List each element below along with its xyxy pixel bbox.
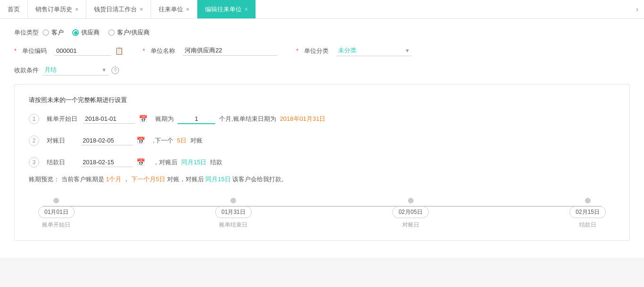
preview-text3: 对账，对账后 bbox=[167, 176, 204, 183]
unit-category-arrow-icon: ▼ bbox=[405, 48, 410, 53]
timeline-container: 01月01日 账单开始日 01月31日 账单结束日 02月05日 对账日 02月… bbox=[29, 193, 615, 229]
payment-terms-label: 收款条件 bbox=[14, 66, 39, 75]
unit-category-label: 单位分类 bbox=[304, 47, 329, 55]
unit-name-required: * bbox=[143, 47, 145, 54]
preview-highlight3: 同月15日 bbox=[205, 176, 230, 183]
step-1-period-input[interactable] bbox=[178, 114, 215, 124]
radio-both[interactable]: 客户/供应商 bbox=[108, 28, 150, 37]
radio-customer-circle bbox=[42, 29, 49, 36]
tab-sales-history[interactable]: 销售订单历史 × bbox=[28, 0, 86, 18]
step-2-date-input[interactable] bbox=[81, 136, 133, 145]
timeline-node-1: 01月31日 账单结束日 bbox=[215, 198, 252, 229]
step-3-label: 结款日 bbox=[47, 158, 75, 167]
unit-category-group: * 单位分类 未分类 ▼ bbox=[296, 45, 412, 56]
step-2-cal-icon[interactable]: 📅 bbox=[136, 136, 145, 145]
payment-terms-help-icon[interactable]: ? bbox=[111, 67, 119, 74]
unit-type-label: 单位类型 bbox=[14, 28, 39, 37]
payment-terms-arrow-icon: ▼ bbox=[102, 67, 107, 73]
step-1-date-highlight: 2018年01月31日 bbox=[280, 115, 326, 123]
timeline-label-0: 01月01日 bbox=[38, 206, 75, 218]
unit-category-dropdown[interactable]: 未分类 ▼ bbox=[336, 45, 412, 56]
preview-highlight1: 1个月 bbox=[106, 176, 121, 183]
preview-label: 账期预览： bbox=[29, 176, 59, 183]
billing-period-panel: 请按照未来的一个完整帐期进行设置 1 账单开始日 📅 账期为 个月,账单结束日期… bbox=[14, 84, 630, 241]
timeline-desc-1: 账单结束日 bbox=[219, 221, 247, 229]
timeline-label-2: 02月05日 bbox=[392, 206, 429, 218]
radio-supplier[interactable]: 供应商 bbox=[72, 28, 100, 37]
step-1-row: 1 账单开始日 📅 账期为 个月,账单结束日期为 2018年01月31日 bbox=[29, 114, 615, 124]
step-2-label: 对账日 bbox=[47, 136, 75, 145]
radio-both-circle bbox=[108, 29, 115, 36]
unit-name-group: * 单位名称 bbox=[143, 46, 277, 56]
tab-cashflow-close[interactable]: × bbox=[140, 6, 143, 13]
preview-text1: 当前客户账期是 bbox=[61, 176, 104, 183]
timeline-dot-0 bbox=[53, 198, 59, 203]
tab-partner-close[interactable]: × bbox=[186, 6, 189, 13]
unit-type-row: 单位类型 客户 供应商 客户/供应商 bbox=[14, 28, 630, 37]
tab-edit-partner[interactable]: 编辑往来单位 × bbox=[197, 0, 256, 18]
preview-section: 账期预览： 当前客户账期是 1个月 ， 下一个月5日 对账，对账后 同月15日 … bbox=[29, 175, 615, 184]
tab-bar: 首页 销售订单历史 × 钱货日清工作台 × 往来单位 × 编辑往来单位 × › bbox=[0, 0, 644, 19]
timeline-label-3: 02月15日 bbox=[569, 206, 606, 218]
tab-edit-partner-close[interactable]: × bbox=[245, 6, 248, 13]
unit-code-required: * bbox=[14, 47, 17, 54]
step-3-number: 3 bbox=[29, 157, 39, 168]
step-3-highlight1: 同月15日 bbox=[181, 158, 206, 167]
step-3-cal-icon[interactable]: 📅 bbox=[136, 158, 145, 167]
timeline-label-1: 01月31日 bbox=[215, 206, 252, 218]
preview-highlight2: 下一个月5日 bbox=[131, 176, 165, 183]
step-1-cal-icon[interactable]: 📅 bbox=[139, 115, 148, 123]
step-3-text2: 结款 bbox=[210, 158, 222, 167]
step-2-row: 2 对账日 📅 ,下一个 5日 对账 bbox=[29, 135, 615, 146]
preview-text2: ， bbox=[123, 176, 129, 183]
panel-title: 请按照未来的一个完整帐期进行设置 bbox=[29, 96, 615, 104]
step-1-text1: 账期为 bbox=[155, 115, 174, 123]
timeline-desc-2: 对账日 bbox=[402, 221, 419, 229]
step-3-text1: ，对账后 bbox=[153, 158, 178, 167]
timeline-dot-1 bbox=[230, 198, 236, 203]
payment-terms-dropdown[interactable]: 月结 ▼ bbox=[42, 65, 109, 76]
step-2-highlight1: 5日 bbox=[177, 136, 186, 145]
unit-category-value: 未分类 bbox=[338, 46, 402, 55]
step-1-label: 账单开始日 bbox=[47, 115, 77, 123]
step-2-number: 2 bbox=[29, 135, 39, 146]
unit-category-required: * bbox=[296, 47, 298, 54]
unit-code-label: 单位编码 bbox=[22, 47, 47, 55]
radio-supplier-circle bbox=[72, 29, 79, 36]
tab-more-button[interactable]: › bbox=[630, 5, 644, 14]
timeline-desc-3: 结款日 bbox=[579, 221, 596, 229]
timeline-node-0: 01月01日 账单开始日 bbox=[38, 198, 75, 229]
unit-name-label: 单位名称 bbox=[151, 47, 175, 55]
step-2-text2: 对账 bbox=[190, 136, 203, 145]
unit-code-group: * 单位编码 📋 bbox=[14, 46, 124, 56]
timeline-nodes: 01月01日 账单开始日 01月31日 账单结束日 02月05日 对账日 02月… bbox=[38, 198, 606, 229]
step-1-number: 1 bbox=[29, 114, 39, 124]
timeline-node-3: 02月15日 结款日 bbox=[569, 198, 606, 229]
step-2-text1: ,下一个 bbox=[153, 136, 173, 145]
payment-terms-value: 月结 bbox=[44, 66, 99, 74]
payment-terms-row: 收款条件 月结 ▼ ? bbox=[14, 65, 630, 76]
unit-type-radio-group: 客户 供应商 客户/供应商 bbox=[42, 28, 150, 37]
unit-info-row: * 单位编码 📋 * 单位名称 * 单位分类 未分类 ▼ bbox=[14, 45, 630, 56]
unit-code-input[interactable] bbox=[54, 46, 111, 56]
tab-home[interactable]: 首页 bbox=[0, 0, 28, 18]
step-1-date-input[interactable] bbox=[83, 114, 135, 124]
timeline-desc-0: 账单开始日 bbox=[42, 221, 70, 229]
timeline-dot-2 bbox=[408, 198, 414, 203]
timeline-node-2: 02月05日 对账日 bbox=[392, 198, 429, 229]
step-3-row: 3 结款日 📅 ，对账后 同月15日 结款 bbox=[29, 157, 615, 168]
radio-customer[interactable]: 客户 bbox=[42, 28, 64, 37]
tab-partner[interactable]: 往来单位 × bbox=[151, 0, 197, 18]
tab-cashflow[interactable]: 钱货日清工作台 × bbox=[86, 0, 151, 18]
preview-text4: 该客户会给我打款。 bbox=[232, 176, 288, 183]
unit-code-copy-icon[interactable]: 📋 bbox=[115, 47, 124, 55]
timeline-dot-3 bbox=[585, 198, 591, 203]
unit-name-input[interactable] bbox=[183, 46, 277, 56]
step-1-text2: 个月,账单结束日期为 bbox=[219, 115, 276, 123]
step-3-date-input[interactable] bbox=[81, 158, 133, 167]
tab-sales-history-close[interactable]: × bbox=[75, 6, 78, 13]
main-content: 单位类型 客户 供应商 客户/供应商 * 单位编码 📋 * 单位名称 bbox=[0, 19, 644, 258]
